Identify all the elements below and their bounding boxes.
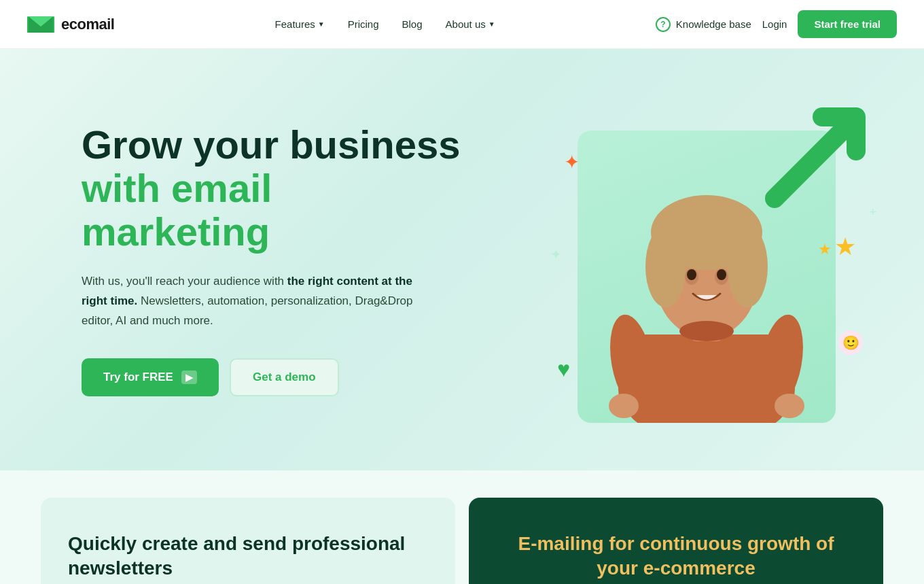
svg-point-14 [717,269,726,280]
hero-title-line1: Grow your business [82,122,461,167]
svg-rect-5 [632,334,781,423]
svg-point-15 [679,321,734,341]
green-star-small-icon: ✦ [550,246,562,262]
card-ecommerce-title: E-mailing for continuous growth of your … [496,532,856,581]
yellow-star-small-icon: ★ [818,241,832,258]
cards-section: Quickly create and send professional new… [0,470,924,584]
svg-point-18 [609,394,639,418]
logo-text: ecomail [61,16,114,33]
hero-content: Grow your business with email marketing … [82,123,462,396]
logo-icon [27,14,54,35]
features-chevron-icon: ▼ [318,20,325,28]
hero-arrow-graphic [761,103,870,215]
card-newsletters: Quickly create and send professional new… [41,498,455,584]
nav-pricing[interactable]: Pricing [338,13,389,35]
hero-title: Grow your business with email marketing [82,123,462,253]
login-link[interactable]: Login [762,18,787,30]
card-newsletters-title: Quickly create and send professional new… [68,532,428,581]
svg-point-10 [727,226,768,307]
nav-blog[interactable]: Blog [393,13,432,35]
heart-icon: ♥ [557,357,570,382]
yellow-star-big-icon: ★ [834,233,856,261]
logo-link[interactable]: ecomail [27,14,114,35]
about-chevron-icon: ▼ [488,20,495,28]
try-free-arrow-icon: ▶ [181,371,197,384]
knowledge-base-link[interactable]: ? Knowledge base [656,17,751,32]
green-star-right-icon: + [869,205,876,220]
smiley-icon: 🙂 [838,330,863,355]
get-demo-button[interactable]: Get a demo [230,358,339,396]
hero-buttons: Try for FREE ▶ Get a demo [82,358,462,396]
hero-description: With us, you'll reach your audience with… [82,272,421,331]
svg-point-13 [687,269,696,280]
hero-section: Grow your business with email marketing … [0,49,924,470]
hero-image-area: ✦ ✦ + [544,97,870,423]
yellow-stars-decoration: ★ ★ [818,233,856,261]
start-trial-button[interactable]: Start free trial [798,10,897,38]
knowledge-base-icon: ? [656,17,671,32]
svg-point-19 [775,394,804,418]
arrow-up-right-icon [761,103,870,212]
svg-point-9 [645,226,686,307]
nav-right: ? Knowledge base Login Start free trial [656,10,897,38]
try-free-button[interactable]: Try for FREE ▶ [82,358,219,396]
hero-title-line2: with email marketing [82,167,462,254]
nav-links: Features ▼ Pricing Blog About us ▼ [266,13,505,35]
navbar: ecomail Features ▼ Pricing Blog About us… [0,0,924,49]
nav-features[interactable]: Features ▼ [266,13,334,35]
nav-about[interactable]: About us ▼ [436,13,505,35]
card-ecommerce: E-mailing for continuous growth of your … [469,498,883,584]
